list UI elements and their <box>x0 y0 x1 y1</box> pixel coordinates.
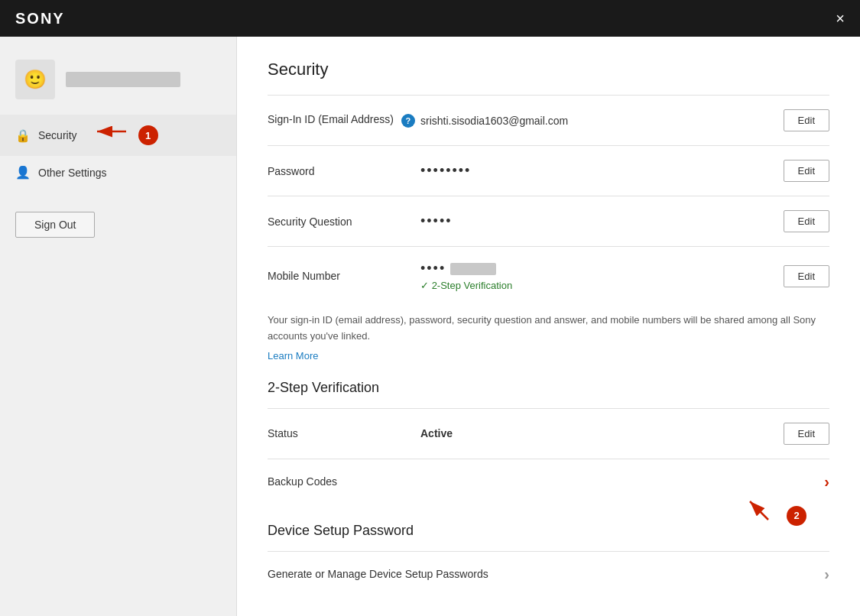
svg-line-3 <box>750 501 768 520</box>
signin-id-label: Sign-In ID (Email Address) ? <box>268 113 420 127</box>
chevron-right-icon: › <box>824 473 829 491</box>
security-question-row: Security Question ••••• Edit <box>268 196 829 246</box>
mobile-number-label: Mobile Number <box>268 270 420 282</box>
two-step-badge: ✓ 2-Step Verification <box>420 280 784 291</box>
status-row: Status Active Edit <box>268 408 829 459</box>
backup-codes-row[interactable]: Backup Codes › 2 <box>268 459 829 504</box>
checkmark-icon: ✓ <box>420 280 429 291</box>
sidebar-item-label-security: Security <box>38 129 77 141</box>
learn-more-link[interactable]: Learn More <box>268 350 318 361</box>
section-title: Security <box>268 60 829 79</box>
sidebar-item-security[interactable]: 🔒 Security 1 <box>0 115 236 156</box>
mobile-number-row: Mobile Number •••• ✓ 2-Step Verification… <box>268 246 829 305</box>
sidebar-item-other-settings[interactable]: 👤 Other Settings <box>0 156 236 189</box>
security-question-label: Security Question <box>268 216 420 228</box>
password-value: •••••••• <box>420 163 784 179</box>
status-label: Status <box>268 427 420 439</box>
security-question-value: ••••• <box>420 213 784 229</box>
info-text: Your sign-in ID (email address), passwor… <box>268 313 829 345</box>
mobile-dots: •••• <box>420 261 446 277</box>
annotation-arrow-1 <box>88 124 134 147</box>
sign-out-button[interactable]: Sign Out <box>15 212 95 238</box>
password-row: Password •••••••• Edit <box>268 145 829 196</box>
password-edit-button[interactable]: Edit <box>784 160 829 182</box>
signin-id-value: srishti.sisodia1603@gmail.com <box>420 115 784 127</box>
two-step-section-title: 2-Step Verification <box>268 380 829 396</box>
person-icon: 👤 <box>15 165 31 180</box>
sony-logo: SONY <box>15 10 65 28</box>
password-label: Password <box>268 165 420 177</box>
signin-id-edit-button[interactable]: Edit <box>784 109 829 131</box>
chevron-right-icon-2: › <box>824 566 829 583</box>
mobile-number-value: •••• ✓ 2-Step Verification <box>420 261 784 291</box>
sidebar: 🙂 🔒 Security <box>0 37 237 616</box>
signin-id-row: Sign-In ID (Email Address) ? srishti.sis… <box>268 95 829 145</box>
generate-passwords-label: Generate or Manage Device Setup Password… <box>268 568 824 580</box>
avatar: 🙂 <box>15 60 55 99</box>
user-name-bar <box>66 72 180 87</box>
security-question-edit-button[interactable]: Edit <box>784 210 829 232</box>
sidebar-item-label-other-settings: Other Settings <box>38 167 107 179</box>
generate-passwords-row[interactable]: Generate or Manage Device Setup Password… <box>268 551 829 597</box>
annotation-badge-1: 1 <box>138 125 158 145</box>
mobile-blurred <box>450 263 496 275</box>
avatar-icon: 🙂 <box>24 69 47 90</box>
status-edit-button[interactable]: Edit <box>784 423 829 445</box>
help-icon[interactable]: ? <box>401 114 415 128</box>
top-bar: SONY × <box>0 0 860 37</box>
content-area: Security Sign-In ID (Email Address) ? sr… <box>237 37 860 616</box>
close-button[interactable]: × <box>836 10 845 28</box>
status-value: Active <box>420 427 784 439</box>
backup-codes-label: Backup Codes <box>268 475 824 488</box>
lock-icon: 🔒 <box>15 128 31 143</box>
annotation-arrow-2 <box>741 495 779 526</box>
annotation-badge-2: 2 <box>787 506 806 526</box>
mobile-number-edit-button[interactable]: Edit <box>784 265 829 287</box>
